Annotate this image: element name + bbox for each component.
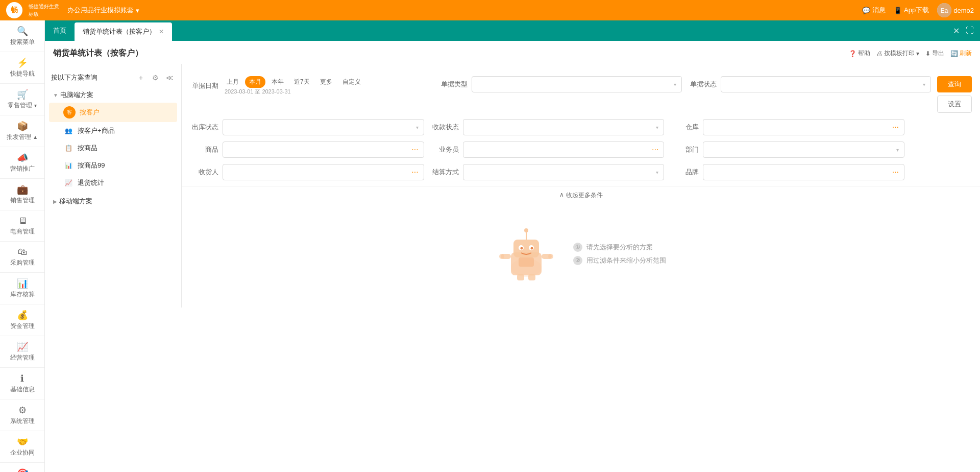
scheme-label-by-customer-goods: 按客户+商品 — [78, 126, 115, 135]
settings-scheme-button[interactable]: ⚙ — [150, 72, 161, 83]
filter-settlement-cell: 结算方式 ▾ — [430, 164, 665, 180]
goods-input[interactable]: ··· — [223, 141, 424, 158]
type-filter-label: 单据类型 — [439, 80, 468, 89]
scheme-icon-by-goods-99: 📊 — [63, 160, 74, 171]
brand-label: 品牌 — [670, 168, 699, 177]
logo-area: 畅 — [6, 2, 22, 18]
date-btn-custom[interactable]: 自定义 — [338, 76, 365, 88]
brand-input[interactable]: ··· — [703, 164, 904, 180]
scheme-group-desktop-title[interactable]: ▼ 电脑端方案 — [49, 87, 177, 103]
svg-point-13 — [499, 254, 504, 259]
dept-input[interactable]: ▾ — [703, 141, 904, 158]
tab-close-window-button[interactable]: ✕ — [951, 24, 962, 38]
sidebar-item-search-menu[interactable]: 🔍 搜索菜单 — [0, 20, 44, 52]
tip-num-1: ① — [573, 243, 582, 252]
sidebar-sales-label: 销售管理 — [10, 197, 35, 204]
help-label: 帮助 — [858, 49, 870, 58]
wholesale-icon: 📦 — [2, 121, 42, 132]
empty-state: ① 请先选择要分析的方案 ② 用过滤条件来缩小分析范围 — [496, 224, 666, 287]
sidebar-item-inventory[interactable]: 📊 库存核算 — [0, 273, 44, 304]
basic-icon: ℹ — [2, 373, 42, 384]
sidebar-item-newbie[interactable]: 🎯 新手引导 — [0, 463, 44, 472]
receipt-status-label: 收款状态 — [430, 123, 459, 132]
scheme-label-by-goods: 按商品 — [78, 144, 97, 153]
query-button[interactable]: 查询 — [937, 76, 972, 92]
sidebar-item-quick-nav[interactable]: ⚡ 快捷导航 — [0, 52, 44, 84]
tab-maximize-button[interactable]: ⛶ — [964, 24, 976, 37]
filter-recipient-cell: 收货人 ··· — [190, 164, 424, 180]
sidebar-item-finance[interactable]: 💰 资金管理 — [0, 304, 44, 336]
tab-sales-stat[interactable]: 销货单统计表（按客户） ✕ — [75, 22, 172, 41]
filter-brand-cell: 品牌 ··· — [670, 164, 904, 180]
date-btn-more[interactable]: 更多 — [316, 76, 336, 88]
filter-dept-cell: 部门 ▾ — [670, 141, 904, 158]
date-btn-last-month[interactable]: 上月 — [223, 76, 243, 88]
status-filter-input[interactable]: ▾ — [721, 76, 931, 92]
ecommerce-icon: 🖥 — [2, 216, 42, 226]
goods-dots-icon: ··· — [411, 146, 418, 154]
sidebar: 🔍 搜索菜单 ⚡ 快捷导航 🛒 零售管理 ▾ 📦 批发管理 ▲ 📣 营销推广 — [0, 20, 45, 472]
message-button[interactable]: 💬 消息 — [862, 6, 886, 15]
top-bar-title[interactable]: 办公用品行业模拟账套 ▾ — [67, 6, 139, 15]
warehouse-input[interactable]: ··· — [703, 119, 904, 135]
refresh-button[interactable]: 🔄 刷新 — [950, 49, 972, 58]
setting-button[interactable]: 设置 — [937, 96, 972, 113]
add-scheme-button[interactable]: + — [135, 72, 146, 83]
sidebar-item-basic[interactable]: ℹ 基础信息 — [0, 368, 44, 399]
collapse-bar[interactable]: ∧ 收起更多条件 — [182, 186, 980, 204]
app-download-button[interactable]: 📱 App下载 — [894, 6, 929, 15]
sidebar-item-retail[interactable]: 🛒 零售管理 ▾ — [0, 84, 44, 115]
settlement-input[interactable]: ▾ — [463, 164, 665, 180]
tab-bar: 首页 销货单统计表（按客户） ✕ ✕ ⛶ — [45, 20, 980, 41]
print-button[interactable]: 🖨 按模板打印 ▾ — [876, 49, 919, 58]
filter-row-4: 收货人 ··· 结算方式 — [182, 158, 980, 180]
body-layout: 按以下方案查询 + ⚙ ≪ — [45, 64, 980, 308]
tip-num-2: ② — [573, 256, 582, 265]
receipt-status-input[interactable]: ▾ — [463, 119, 665, 135]
export-button[interactable]: ⬇ 导出 — [925, 49, 944, 58]
user-menu[interactable]: Ea demo2 — [937, 3, 974, 17]
recipient-input[interactable]: ··· — [223, 164, 424, 180]
filter-status-cell: 单据状态 ▾ — [688, 76, 931, 92]
out-status-input[interactable]: ▾ — [223, 119, 424, 135]
scheme-item-return-stat[interactable]: 📈 退货统计 — [49, 174, 177, 192]
scheme-item-by-customer-goods[interactable]: 👥 按客户+商品 — [49, 122, 177, 139]
sidebar-item-purchase[interactable]: 🛍 采购管理 — [0, 242, 44, 273]
sidebar-item-wholesale[interactable]: 📦 批发管理 ▲ — [0, 115, 44, 147]
left-panel-header: 按以下方案查询 + ⚙ ≪ — [45, 68, 181, 87]
date-btn-last-7[interactable]: 近7天 — [290, 76, 314, 88]
scheme-group-mobile-title[interactable]: ▶ 移动端方案 — [49, 194, 177, 209]
sidebar-item-sales[interactable]: 💼 销售管理 — [0, 179, 44, 210]
export-icon: ⬇ — [925, 50, 930, 57]
settlement-dropdown-icon: ▾ — [656, 170, 658, 175]
date-buttons: 上月 本月 本年 近7天 更多 自定义 — [223, 76, 433, 88]
right-area: 单据日期 上月 本月 本年 近7天 更多 自定义 — [182, 64, 980, 308]
scheme-item-by-customer[interactable]: 客 按客户 — [49, 103, 177, 122]
app-container: 畅 畅捷通好生意 标版 办公用品行业模拟账套 ▾ 💬 消息 📱 App下载 — [0, 0, 980, 472]
sidebar-item-operations[interactable]: 📈 经营管理 — [0, 336, 44, 368]
settlement-label: 结算方式 — [430, 168, 459, 177]
left-panel-title: 按以下方案查询 — [51, 73, 97, 82]
sidebar-enterprise-label: 企业协同 — [10, 449, 35, 456]
salesman-input[interactable]: ··· — [463, 141, 665, 158]
help-button[interactable]: ❓ 帮助 — [849, 49, 870, 58]
tab-close-icon[interactable]: ✕ — [159, 28, 164, 35]
svg-text:Ea: Ea — [941, 7, 948, 14]
sidebar-item-enterprise[interactable]: 🤝 企业协同 — [0, 431, 44, 463]
date-btn-this-year[interactable]: 本年 — [267, 76, 288, 88]
scheme-item-by-goods[interactable]: 📋 按商品 — [49, 139, 177, 157]
type-filter-input[interactable]: ▾ — [472, 76, 682, 92]
sidebar-item-system[interactable]: ⚙ 系统管理 — [0, 399, 44, 431]
date-btn-this-month[interactable]: 本月 — [245, 76, 265, 88]
scheme-icon-by-customer: 客 — [63, 106, 76, 119]
collapse-panel-button[interactable]: ≪ — [164, 72, 175, 83]
tab-home[interactable]: 首页 — [45, 20, 75, 41]
out-status-label: 出库状态 — [190, 123, 218, 132]
empty-state-inner: ① 请先选择要分析的方案 ② 用过滤条件来缩小分析范围 — [496, 224, 666, 287]
sidebar-item-ecommerce[interactable]: 🖥 电商管理 — [0, 210, 44, 242]
scheme-item-by-goods-99[interactable]: 📊 按商品99 — [49, 157, 177, 174]
content-area: 首页 销货单统计表（按客户） ✕ ✕ ⛶ 销货单统计表（按客户） — [45, 20, 980, 472]
recipient-label: 收货人 — [190, 168, 218, 177]
sidebar-item-marketing[interactable]: 📣 营销推广 — [0, 147, 44, 179]
warehouse-dots-icon: ··· — [892, 123, 899, 131]
